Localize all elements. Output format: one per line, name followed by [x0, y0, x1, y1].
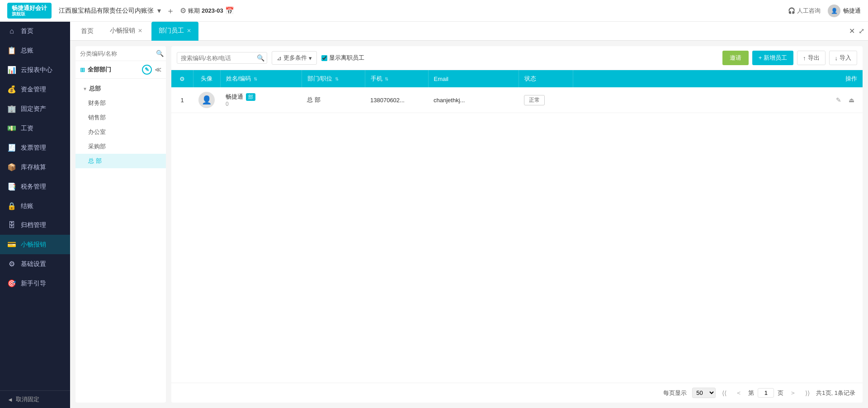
user-info[interactable]: 👤 畅捷通	[828, 5, 861, 17]
sidebar-icon-funds: 💰	[7, 85, 16, 94]
sidebar-icon-guide: 🎯	[7, 279, 16, 288]
col-settings-header[interactable]: ⚙	[171, 70, 193, 87]
top-bar: 畅捷通好会计 旗舰版 江西服宝精品有限责任公司内账张 ▾ ＋ ⚙ 账期 2023…	[0, 0, 868, 22]
period-label: 账期	[188, 7, 200, 15]
import-button[interactable]: ↓ 导入	[829, 51, 858, 65]
sidebar-unpin-button[interactable]: ◄ 取消固定	[0, 390, 70, 408]
sidebar-icon-settings: ⚙	[7, 260, 16, 268]
sidebar-icon-inventory: 📦	[7, 163, 16, 171]
pagination-bar: 每页显示 102050100 ⟨⟨ ＜ 第 页 ＞ ⟩⟩ 共1页, 1条记录	[171, 383, 863, 403]
dept-header: ⊞ 全部部门 ✎ ≪	[75, 61, 166, 79]
unpin-label: 取消固定	[16, 395, 39, 403]
col-status-header: 状态	[519, 70, 573, 87]
sidebar-label-archive: 归档管理	[21, 221, 46, 229]
dept-search-input[interactable]	[80, 50, 156, 57]
sidebar-icon-invoice: 🧾	[7, 143, 16, 152]
sidebar-item-archive[interactable]: 🗄归档管理	[0, 216, 70, 235]
dept-tree-item-general[interactable]: 总 部	[75, 154, 166, 168]
sidebar-icon-home: ⌂	[7, 27, 16, 35]
sidebar-icon-assets: 🏢	[7, 104, 16, 113]
sidebar-label-assets: 固定资产	[21, 105, 46, 113]
sidebar-item-reports[interactable]: 📊云报表中心	[0, 60, 70, 80]
sidebar-item-home[interactable]: ⌂首页	[0, 22, 70, 41]
sidebar-item-assets[interactable]: 🏢固定资产	[0, 99, 70, 119]
dept-header-label: 全部部门	[88, 66, 111, 74]
sidebar-icon-reports: 📊	[7, 66, 16, 74]
sidebar-item-settings[interactable]: ⚙基础设置	[0, 254, 70, 274]
add-employee-button[interactable]: + 新增员工	[752, 51, 793, 65]
sidebar-item-expense[interactable]: 💳小畅报销	[0, 235, 70, 254]
col-name-header[interactable]: 姓名/编码 ⇅	[220, 70, 302, 87]
grid-icon: ⊞	[80, 66, 85, 73]
sidebar-item-ledger[interactable]: 📋总账	[0, 41, 70, 60]
sidebar-item-salary[interactable]: 💵工资	[0, 119, 70, 138]
sidebar-item-inventory[interactable]: 📦库存核算	[0, 157, 70, 177]
settings-icon-button[interactable]: ⚙	[180, 6, 186, 15]
tab-dept_employee[interactable]: 部门员工✕	[151, 22, 198, 41]
page-total: 共1页, 1条记录	[816, 389, 855, 397]
sidebar-item-funds[interactable]: 💰资金管理	[0, 80, 70, 99]
col-dept-header[interactable]: 部门/职位 ⇅	[302, 70, 365, 87]
expand-tab-button[interactable]: ⤢	[859, 27, 864, 35]
tab-close-expense[interactable]: ✕	[138, 28, 142, 34]
col-phone-header[interactable]: 手机 ⇅	[365, 70, 428, 87]
tab-close-dept_employee[interactable]: ✕	[187, 28, 191, 34]
export-button[interactable]: ↑ 导出	[797, 51, 826, 65]
page-size-select[interactable]: 102050100	[692, 388, 716, 398]
delete-button[interactable]: ⏏	[846, 95, 857, 104]
page-size-label: 每页显示	[663, 389, 687, 397]
sidebar-label-reports: 云报表中心	[21, 66, 52, 74]
sidebar-icon-salary: 💵	[7, 124, 16, 133]
dept-tree-item-sales[interactable]: 销售部	[75, 110, 166, 125]
row-actions: ✎ ⏏	[573, 87, 863, 113]
dept-arrow-root: ▼	[83, 86, 87, 91]
dept-edit-button[interactable]: ✎	[142, 65, 152, 75]
sidebar-label-settings: 基础设置	[21, 260, 46, 268]
dept-tree-item-purchase[interactable]: 采购部	[75, 139, 166, 154]
tabs-bar: 首页小畅报销✕部门员工✕ ✕ ⤢	[70, 22, 868, 41]
add-company-button[interactable]: ＋	[166, 5, 175, 16]
support-button[interactable]: 🎧 人工咨询	[788, 7, 821, 15]
employee-table: ⚙ 头像 姓名/编码 ⇅ 部门/职位 ⇅ 手机 ⇅ Email 状态 操作 1	[171, 70, 863, 383]
sidebar-item-invoice[interactable]: 🧾发票管理	[0, 138, 70, 157]
tab-label-home: 首页	[81, 27, 94, 35]
search-icon[interactable]: 🔍	[257, 54, 264, 62]
tab-label-dept_employee: 部门员工	[159, 27, 184, 35]
show-resigned-checkbox-label[interactable]: 显示离职员工	[321, 54, 364, 62]
company-dropdown-button[interactable]: ▾	[157, 6, 161, 15]
tab-home[interactable]: 首页	[74, 22, 101, 41]
close-tab-button[interactable]: ✕	[849, 27, 855, 35]
import-icon: ↓	[835, 55, 838, 62]
dept-tree-item-finance[interactable]: 财务部	[75, 96, 166, 110]
show-resigned-checkbox[interactable]	[321, 55, 327, 61]
sidebar-icon-tax: 📑	[7, 182, 16, 191]
calendar-icon[interactable]: 📅	[225, 6, 234, 15]
next-page-button[interactable]: ＞	[787, 388, 799, 398]
page-content: 🔍 ⊞ 全部部门 ✎ ≪ ▼总部财务部销售部办公室采购部总 部 🔍	[70, 41, 868, 408]
first-page-button[interactable]: ⟨⟨	[719, 389, 729, 398]
last-page-button[interactable]: ⟩⟩	[802, 389, 812, 398]
employee-name: 畅捷通	[226, 93, 243, 101]
dept-tree-item-office[interactable]: 办公室	[75, 125, 166, 139]
prev-page-button[interactable]: ＜	[733, 388, 745, 398]
filter-label: 更多条件	[283, 54, 307, 62]
table-header-row: ⚙ 头像 姓名/编码 ⇅ 部门/职位 ⇅ 手机 ⇅ Email 状态 操作	[171, 70, 863, 87]
invite-button[interactable]: 邀请	[722, 51, 749, 65]
dept-collapse-button[interactable]: ≪	[155, 66, 161, 73]
content-area: 首页小畅报销✕部门员工✕ ✕ ⤢ 🔍 ⊞ 全部部门 ✎ ≪ ▼总部	[70, 22, 868, 408]
export-label: 导出	[808, 54, 820, 62]
sidebar-item-closing[interactable]: 🔒结账	[0, 196, 70, 216]
edit-button[interactable]: ✎	[833, 95, 844, 104]
more-filter-button[interactable]: ⊿ 更多条件 ▾	[272, 51, 317, 65]
sidebar-label-guide: 新手引导	[21, 280, 46, 288]
sidebar-item-guide[interactable]: 🎯新手引导	[0, 274, 70, 293]
dept-search-icon[interactable]: 🔍	[156, 50, 164, 57]
status-badge: 正常	[524, 95, 545, 105]
dept-tree-item-root[interactable]: ▼总部	[75, 81, 166, 96]
sidebar-item-tax[interactable]: 📑税务管理	[0, 177, 70, 196]
tab-expense[interactable]: 小畅报销✕	[103, 22, 150, 41]
page-number-input[interactable]	[758, 388, 774, 398]
period-value: 2023-03	[202, 7, 223, 14]
employee-search-input[interactable]	[181, 55, 257, 62]
sidebar-label-funds: 资金管理	[21, 85, 46, 94]
